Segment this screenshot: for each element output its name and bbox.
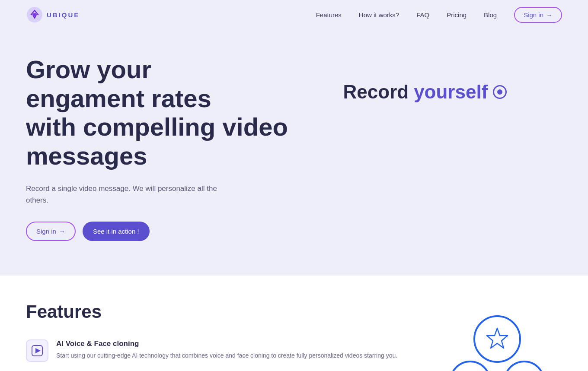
nav-link-blog[interactable]: Blog	[484, 11, 497, 19]
feature-content-ai-cloning: AI Voice & Face cloning Start using our …	[56, 339, 397, 362]
feature-item-ai-cloning: AI Voice & Face cloning Start using our …	[26, 339, 406, 362]
svg-point-1	[33, 13, 36, 16]
star-circle-bottom-right	[504, 361, 545, 371]
nav-link-features[interactable]: Features	[316, 11, 342, 19]
nav-signin-button[interactable]: Sign in →	[514, 7, 562, 23]
hero-signin-button[interactable]: Sign in →	[26, 222, 76, 241]
hero-signin-label: Sign in	[36, 228, 56, 235]
hero-title-line1: Grow your	[26, 55, 151, 83]
hero-title: Grow your engament rates with compelling…	[26, 55, 288, 171]
nav-links: Features How it works? FAQ Pricing Blog …	[316, 7, 562, 23]
nav-link-pricing[interactable]: Pricing	[447, 11, 467, 19]
logo-icon	[26, 6, 43, 23]
record-circle-inner	[497, 89, 502, 95]
star-circle-bottom-left	[450, 361, 491, 371]
logo[interactable]: UBIQUE	[26, 6, 80, 23]
feature-icon-play	[26, 339, 48, 362]
nav-signin-arrow: →	[546, 11, 553, 19]
hero-title-line3: with compelling video	[26, 113, 288, 141]
svg-marker-3	[35, 348, 41, 353]
hero-subtitle: Record a single video message. We will p…	[26, 183, 233, 206]
record-word: Record	[343, 81, 409, 103]
navbar: UBIQUE Features How it works? FAQ Pricin…	[0, 0, 588, 29]
logo-text: UBIQUE	[47, 11, 80, 19]
hero-right: Record yourself	[288, 55, 562, 103]
hero-section: Grow your engament rates with compelling…	[0, 29, 588, 276]
record-yourself: yourself	[414, 81, 488, 103]
feature-name-ai-cloning: AI Voice & Face cloning	[56, 339, 397, 348]
features-left: Features AI Voice & Face cloning Start u…	[26, 301, 406, 371]
hero-action-label: See it in action !	[93, 228, 139, 235]
stars-illustration	[450, 315, 545, 371]
hero-left: Grow your engament rates with compelling…	[26, 55, 288, 241]
features-right	[432, 301, 562, 371]
nav-signin-label: Sign in	[524, 11, 543, 19]
hero-action-button[interactable]: See it in action !	[83, 222, 150, 241]
features-title: Features	[26, 301, 406, 322]
svg-marker-6	[487, 328, 508, 348]
hero-buttons: Sign in → See it in action !	[26, 222, 288, 241]
record-tagline: Record yourself	[343, 81, 507, 103]
nav-link-how-it-works[interactable]: How it works?	[359, 11, 399, 19]
play-icon	[31, 345, 43, 357]
features-section: Features AI Voice & Face cloning Start u…	[0, 276, 588, 371]
feature-desc-ai-cloning: Start using our cutting-edge AI technolo…	[56, 351, 397, 360]
hero-signin-arrow: →	[59, 228, 65, 235]
record-circle-icon	[493, 85, 507, 99]
nav-link-faq[interactable]: FAQ	[416, 11, 429, 19]
star-circle-top	[473, 315, 521, 363]
hero-title-line4: messages	[26, 142, 147, 170]
star-icon-top	[484, 326, 510, 352]
hero-title-line2: engament rates	[26, 84, 211, 112]
